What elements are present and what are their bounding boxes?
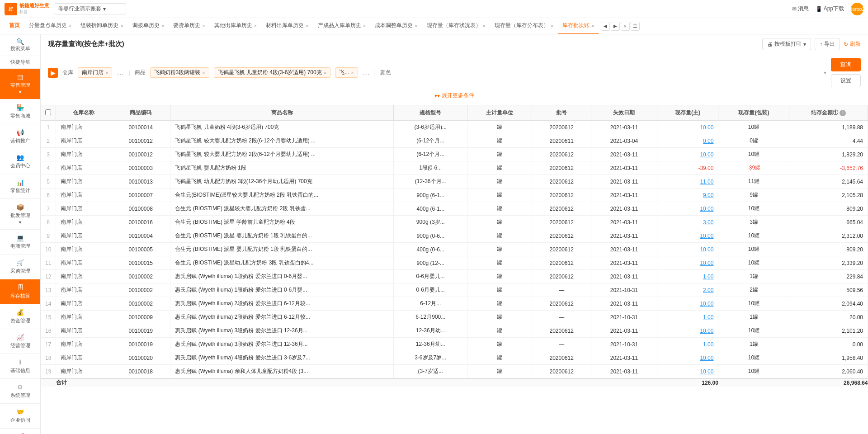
row-amount: 2,101.20 [789, 324, 868, 338]
row-qty-main[interactable]: 0.00 [657, 134, 718, 148]
sidebar-item-wholesale[interactable]: 📦 批发管理 ▼ [0, 199, 40, 230]
color-dropdown-icon[interactable]: ▾ [824, 70, 826, 76]
nav-tabs: 首页 分量盘点单历史 × 组装拆卸单历史 × 调拨单历史 × 要货单历史 × 其… [0, 18, 868, 34]
row-code: 00100014 [111, 121, 170, 134]
close-icon[interactable]: × [120, 23, 123, 28]
sidebar-item-retail-shop[interactable]: 🏪 零售商城 [0, 99, 40, 124]
tab-qitachuku[interactable]: 其他出库单历史 × [210, 18, 261, 34]
msg-btn[interactable]: ✉ 消息 [792, 5, 809, 13]
filter-expand-more[interactable]: ▾▾ 展开更多条件 [48, 90, 861, 101]
sidebar-item-operations[interactable]: 📈 经营管理 [0, 329, 40, 354]
row-qty-main[interactable]: 10.00 [657, 324, 718, 338]
export-btn[interactable]: ↑ 导出 [815, 38, 840, 50]
product-more[interactable]: … [363, 69, 370, 77]
footer-total-qty: 126.00 [657, 378, 718, 387]
row-qty-main[interactable]: 10.00 [657, 121, 718, 134]
tab-xiancunliang-kucunfenbu[interactable]: 现存量（库存分布表） × [490, 18, 558, 34]
sidebar-item-system[interactable]: ⚙ 系统管理 [0, 379, 40, 404]
warehouse-more[interactable]: … [117, 69, 124, 77]
row-qty-main[interactable]: 1.00 [657, 338, 718, 351]
close-icon[interactable]: × [415, 23, 417, 28]
sidebar-item-guide[interactable]: 🚀 新手引导 [0, 429, 40, 434]
close-icon[interactable]: × [591, 23, 594, 28]
row-qty-main[interactable]: 10.00 [657, 365, 718, 379]
sidebar-item-retail-stats[interactable]: 📊 零售统计 [0, 174, 40, 199]
tab-chanchengpinruku[interactable]: 产成品入库单历史 × [313, 18, 370, 34]
row-qty-main[interactable]: 10.00 [657, 243, 718, 256]
row-qty-main[interactable]: 9.00 [657, 189, 718, 202]
table-row: 2 南岸门店 00100012 飞鹤星飞帆 较大婴儿配方奶粉 2段(6-12个月… [41, 134, 868, 148]
sidebar-item-marketing[interactable]: 📢 营销推广 [0, 124, 40, 149]
nav-next-btn[interactable]: ▶ [611, 22, 620, 31]
sidebar-item-retail-mgmt[interactable]: ▤ 零售管理 ▼ [0, 69, 40, 99]
row-qty-main[interactable]: 1.00 [657, 311, 718, 324]
row-qty-main[interactable]: 2.00 [657, 283, 718, 297]
sidebar-search[interactable]: 🔍 搜索菜单 [0, 34, 40, 56]
app-btn[interactable]: 📱 App下载 [816, 5, 844, 13]
row-qty-main[interactable]: 10.00 [657, 202, 718, 216]
row-name: 飞鹤星飞帆 婴儿配方奶粉 1段 [170, 161, 394, 175]
filter-expand-btn[interactable]: ▶ [48, 68, 58, 78]
tab-yaohuo[interactable]: 要货单历史 × [169, 18, 209, 34]
row-qty-main[interactable]: 1.00 [657, 270, 718, 283]
tab-cailiaochuku[interactable]: 材料出库单历史 × [261, 18, 313, 34]
avatar[interactable]: demo2 [851, 3, 863, 15]
row-spec: 1段(0-6... [394, 161, 467, 175]
refresh-btn[interactable]: ↻ 刷新 [844, 40, 861, 48]
row-qty-main[interactable]: 10.00 [657, 148, 718, 161]
table-row: 1 南岸门店 00100014 飞鹤星飞帆 儿童奶粉 4段(3-6岁适用) 70… [41, 121, 868, 134]
sidebar-item-finance[interactable]: 💰 资金管理 [0, 304, 40, 329]
sidebar-item-member[interactable]: 👥 会员中心 [0, 149, 40, 174]
close-icon[interactable]: × [254, 23, 257, 28]
sidebar-item-basics[interactable]: ℹ 基础信息 [0, 354, 40, 379]
sidebar-item-purchase[interactable]: 🛒 采购管理 [0, 255, 40, 279]
tab-chengbentiaozhen[interactable]: 成本调整单历史 × [370, 18, 422, 34]
row-warehouse: 南岸门店 [56, 338, 111, 351]
row-seq: 15 [41, 311, 56, 324]
close-icon[interactable]: × [161, 23, 164, 28]
select-all-checkbox[interactable] [45, 109, 51, 115]
product-tag1-close[interactable]: × [202, 70, 205, 75]
org-selector[interactable]: 母婴行业演示账套 ▾ [54, 3, 126, 14]
tab-home[interactable]: 首页 [5, 18, 24, 34]
row-seq: 5 [41, 175, 56, 189]
sidebar-item-inventory[interactable]: 🗄 库存核算 [0, 279, 40, 304]
nav-prev-btn[interactable]: ◀ [601, 22, 610, 31]
close-icon[interactable]: × [202, 23, 205, 28]
row-expire: 2021-03-11 [591, 297, 657, 311]
warehouse-tag-close[interactable]: × [105, 70, 108, 75]
close-icon[interactable]: × [551, 23, 553, 28]
row-unit: 罐 [467, 270, 532, 283]
nav-close-all-btn[interactable]: × [621, 22, 630, 31]
product-tag-2: 飞鹤星飞帆 儿童奶粉 4段(3-6岁适用) 700克 × [214, 67, 330, 78]
amount-info-icon[interactable]: i [840, 110, 846, 116]
row-qty-main[interactable]: 10.00 [657, 297, 718, 311]
row-qty-main[interactable]: 10.00 [657, 229, 718, 243]
tab-xiancunliang-kucunzhuangkuang[interactable]: 现存量（库存状况表） × [422, 18, 490, 34]
row-qty-main[interactable]: -39.00 [657, 161, 718, 175]
close-icon[interactable]: × [69, 23, 71, 28]
row-qty-main[interactable]: 10.00 [657, 256, 718, 270]
nav-menu-btn[interactable]: ☰ [631, 22, 640, 31]
row-code: 00100002 [111, 283, 170, 297]
row-spec: 0-6月婴儿... [394, 283, 467, 297]
row-spec: (6-12个月... [394, 148, 467, 161]
sidebar-item-enterprise[interactable]: 🤝 企业协同 [0, 404, 40, 429]
product-tag3-close[interactable]: × [351, 70, 354, 75]
close-icon[interactable]: × [483, 23, 486, 28]
row-qty-main[interactable]: 10.00 [657, 351, 718, 365]
tab-fenliangpandian[interactable]: 分量盘点单历史 × [24, 18, 76, 34]
query-btn[interactable]: 查询 [831, 58, 861, 71]
tab-kucunpicidang[interactable]: 库存批次账 × [558, 18, 599, 34]
row-qty-main[interactable]: 3.00 [657, 216, 718, 229]
close-icon[interactable]: × [363, 23, 366, 28]
sidebar-item-ecommerce[interactable]: 💻 电商管理 [0, 230, 40, 255]
product-tag2-close[interactable]: × [324, 70, 326, 75]
sidebar-quick-nav[interactable]: 快捷导航 [0, 56, 40, 69]
setting-btn[interactable]: 设置 [831, 74, 861, 87]
close-icon[interactable]: × [306, 23, 308, 28]
tab-diaobodanls[interactable]: 调拨单历史 × [128, 18, 169, 34]
row-qty-main[interactable]: 11.00 [657, 175, 718, 189]
print-btn[interactable]: 🖨 按模板打印 ▾ [762, 38, 811, 50]
tab-zuzhuangchaijian[interactable]: 组装拆卸单历史 × [76, 18, 127, 34]
